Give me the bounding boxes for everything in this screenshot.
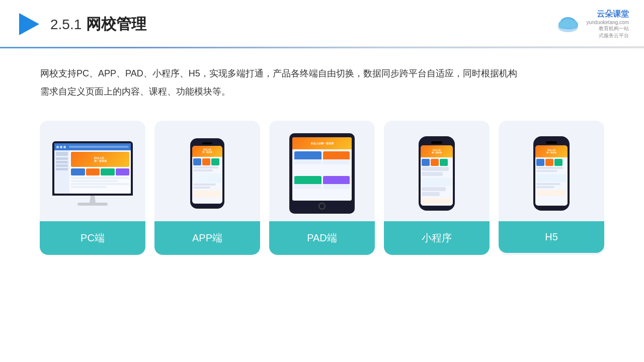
header-right: 云朵课堂 yunduoketang.com 教育机构一站式服务云平台 (555, 9, 629, 39)
mini-phone-device-mini: 职达人的第一堂讲课 (419, 136, 455, 211)
svg-point-10 (568, 21, 577, 28)
svg-marker-0 (19, 13, 39, 35)
card-h5: 职达人的第一堂讲课 (499, 121, 604, 255)
header-left: 2.5.1 网校管理 (15, 11, 146, 37)
cloud-brand-icon (555, 14, 581, 34)
card-app: 职达人的第一堂讲课 (154, 121, 260, 255)
card-mini-label: 小程序 (384, 221, 490, 255)
card-mini-image: 职达人的第一堂讲课 (384, 121, 490, 221)
card-pad-image: 职达人的第一堂讲课 (269, 121, 375, 221)
page-title: 2.5.1 网校管理 (50, 14, 146, 35)
card-pc: 职达人的第一堂讲课 (40, 121, 145, 255)
description-text: 网校支持PC、APP、PAD、小程序、H5，实现多端打通，产品各终端自由切换，数… (0, 48, 644, 111)
card-h5-image: 职达人的第一堂讲课 (499, 121, 604, 221)
card-app-label: APP端 (154, 221, 260, 255)
phone-device-app: 职达人的第一堂讲课 (190, 138, 224, 209)
mini-phone-device-h5: 职达人的第一堂讲课 (533, 136, 570, 211)
monitor-device: 职达人的第一堂讲课 (52, 141, 133, 206)
tablet-device: 职达人的第一堂讲课 (289, 133, 355, 214)
card-mini: 职达人的第一堂讲课 (384, 121, 490, 255)
card-pad: 职达人的第一堂讲课 (269, 121, 375, 255)
brand-info: 云朵课堂 yunduoketang.com 教育机构一站式服务云平台 (586, 9, 629, 39)
svg-point-9 (559, 21, 567, 28)
card-h5-label: H5 (499, 221, 604, 253)
card-pc-image: 职达人的第一堂讲课 (40, 121, 145, 221)
card-pad-label: PAD端 (269, 221, 375, 255)
header: 2.5.1 网校管理 云朵课堂 yunduoketang.com 教育机构一站式… (0, 0, 644, 47)
cards-container: 职达人的第一堂讲课 (0, 111, 644, 270)
card-pc-label: PC端 (40, 221, 145, 255)
logo-icon (15, 11, 41, 37)
card-app-image: 职达人的第一堂讲课 (154, 121, 260, 221)
